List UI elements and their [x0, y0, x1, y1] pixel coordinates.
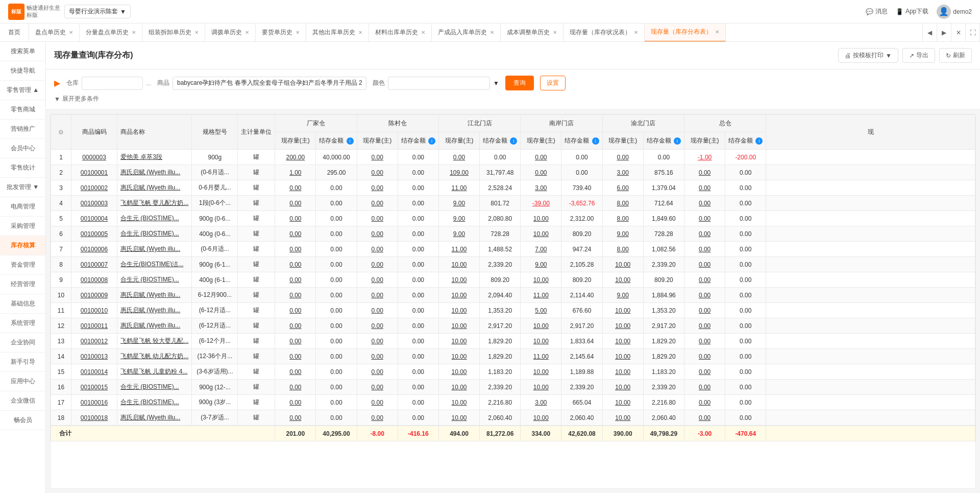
cell-f-stock[interactable]: 200.00 [275, 150, 316, 165]
close-icon[interactable]: ✕ [553, 30, 557, 35]
cell-f-stock[interactable]: 0.00 [275, 380, 316, 395]
cell-jb-stock[interactable]: 10.00 [439, 257, 480, 272]
cell-name[interactable]: 合生元 (BIOSTIME)... [117, 211, 192, 226]
cell-name[interactable]: 惠氏启赋 (Wyeth illu... [117, 165, 192, 180]
cell-f-stock[interactable]: 0.00 [275, 395, 316, 410]
cell-yb-stock[interactable]: 10.00 [602, 334, 643, 349]
cell-code[interactable]: 00100004 [71, 211, 117, 226]
cell-yb-stock[interactable]: 10.00 [602, 257, 643, 272]
cell-name[interactable]: 合生元 (BIOSTIME)... [117, 395, 192, 410]
cell-jb-stock[interactable]: 10.00 [439, 303, 480, 318]
cell-t-stock[interactable]: 0.00 [684, 318, 725, 334]
info-icon[interactable]: i [428, 137, 435, 145]
close-icon[interactable]: ✕ [358, 30, 362, 35]
cell-na-stock[interactable]: 10.00 [521, 211, 561, 226]
cell-name[interactable]: 飞鹤星飞帆 较大婴儿配... [117, 334, 192, 349]
cell-code[interactable]: 00100003 [71, 196, 117, 211]
cell-na-stock[interactable]: 0.00 [521, 150, 561, 165]
cell-name[interactable]: 合生元(BIOSTIME)洁... [117, 257, 192, 272]
cell-c-stock[interactable]: 0.00 [357, 303, 398, 318]
cell-yb-stock[interactable]: 10.00 [602, 318, 643, 334]
close-icon[interactable]: ✕ [132, 30, 136, 35]
sidebar-item-finance[interactable]: 资金管理 [0, 255, 45, 275]
sidebar-item-nav[interactable]: 快捷导航 [0, 61, 45, 81]
sidebar-item-marketing[interactable]: 营销推广 [0, 120, 45, 139]
cell-t-stock[interactable]: 0.00 [684, 349, 725, 364]
tab-home[interactable]: 首页 [0, 24, 29, 42]
cell-t-stock[interactable]: 0.00 [684, 242, 725, 257]
cell-na-stock[interactable]: 10.00 [521, 380, 561, 395]
cell-f-stock[interactable]: 0.00 [275, 349, 316, 364]
sidebar-item-operations[interactable]: 经营管理 [0, 275, 45, 294]
cell-code[interactable]: 00100009 [71, 288, 117, 303]
close-icon[interactable]: ✕ [421, 30, 425, 35]
cell-jb-stock[interactable]: 10.00 [439, 334, 480, 349]
tab-xiankufenbu[interactable]: 现存量（库存分布表） ✕ [645, 24, 726, 42]
cell-f-stock[interactable]: 0.00 [275, 226, 316, 242]
tab-pandian[interactable]: 盘点单历史 ✕ [29, 24, 80, 42]
cell-f-stock[interactable]: 0.00 [275, 364, 316, 380]
cell-c-stock[interactable]: 0.00 [357, 150, 398, 165]
expand-conditions-btn[interactable]: ▼ 展开更多条件 [54, 95, 972, 103]
cell-c-stock[interactable]: 0.00 [357, 196, 398, 211]
info-icon[interactable]: i [592, 137, 599, 145]
cell-na-stock[interactable]: 10.00 [521, 410, 561, 426]
cell-f-stock[interactable]: 0.00 [275, 242, 316, 257]
cell-yb-stock[interactable]: 9.00 [602, 226, 643, 242]
cell-yb-stock[interactable]: 10.00 [602, 303, 643, 318]
cell-name[interactable]: 飞鹤星飞帆 幼儿配方奶... [117, 349, 192, 364]
tab-chanchengruku[interactable]: 产成品入库单历史 ✕ [432, 24, 501, 42]
cell-yb-stock[interactable]: 8.00 [602, 242, 643, 257]
cell-t-stock[interactable]: 0.00 [684, 257, 725, 272]
cell-jb-stock[interactable]: 9.00 [439, 211, 480, 226]
cell-c-stock[interactable]: 0.00 [357, 380, 398, 395]
cell-t-stock[interactable]: 0.00 [684, 410, 725, 426]
th-gear[interactable]: ⚙ [51, 115, 71, 150]
tab-cailiaochuku[interactable]: 材料出库单历史 ✕ [369, 24, 432, 42]
cell-na-stock[interactable]: 3.00 [521, 180, 561, 196]
cell-name[interactable]: 爱他美 卓萃3段 [117, 150, 192, 165]
cell-code[interactable]: 00100013 [71, 349, 117, 364]
sidebar-item-system[interactable]: 系统管理 [0, 314, 45, 333]
cell-t-stock[interactable]: 0.00 [684, 180, 725, 196]
cell-code[interactable]: 00100005 [71, 226, 117, 242]
expand-arrow[interactable]: ▶ [54, 78, 60, 88]
cell-name[interactable]: 合生元 (BIOSTIME)... [117, 226, 192, 242]
export-btn[interactable]: ↗ 导出 [902, 48, 935, 63]
cell-f-stock[interactable]: 0.00 [275, 211, 316, 226]
info-icon[interactable]: i [347, 137, 354, 145]
cell-code[interactable]: 00100014 [71, 364, 117, 380]
close-icon[interactable]: ✕ [194, 30, 199, 35]
setting-btn[interactable]: 设置 [540, 76, 566, 90]
cell-jb-stock[interactable]: 10.00 [439, 364, 480, 380]
cell-name[interactable]: 惠氏启赋 (Wyeth illu... [117, 303, 192, 318]
cell-yb-stock[interactable]: 10.00 [602, 349, 643, 364]
cell-yb-stock[interactable]: 10.00 [602, 272, 643, 288]
sidebar-item-basic[interactable]: 基础信息 [0, 294, 45, 314]
cell-na-stock[interactable]: 11.00 [521, 349, 561, 364]
cell-jb-stock[interactable]: 9.00 [439, 196, 480, 211]
cell-code[interactable]: 00100006 [71, 242, 117, 257]
tab-fullscreen-btn[interactable]: ⛶ [966, 24, 980, 42]
cell-f-stock[interactable]: 1.00 [275, 165, 316, 180]
cell-f-stock[interactable]: 0.00 [275, 334, 316, 349]
cell-t-stock[interactable]: -1.00 [684, 150, 725, 165]
query-btn[interactable]: 查询 [505, 76, 534, 90]
cell-c-stock[interactable]: 0.00 [357, 288, 398, 303]
cell-name[interactable]: 合生元 (BIOSTIME)... [117, 380, 192, 395]
sidebar-item-member2[interactable]: 畅会员 [0, 411, 45, 430]
cell-name[interactable]: 合生元 (BIOSTIME)... [117, 272, 192, 288]
sidebar-item-search[interactable]: 搜索英单 [0, 42, 45, 61]
cell-c-stock[interactable]: 0.00 [357, 364, 398, 380]
color-input[interactable] [388, 77, 490, 90]
cell-c-stock[interactable]: 0.00 [357, 349, 398, 364]
cell-jb-stock[interactable]: 0.00 [439, 150, 480, 165]
sidebar-item-retail-stat[interactable]: 零售统计 [0, 158, 45, 178]
goods-input[interactable] [173, 77, 366, 90]
cell-yb-stock[interactable]: 10.00 [602, 395, 643, 410]
tab-diaobo[interactable]: 调拨单历史 ✕ [205, 24, 256, 42]
cell-jb-stock[interactable]: 10.00 [439, 410, 480, 426]
cell-f-stock[interactable]: 0.00 [275, 288, 316, 303]
cell-code[interactable]: 00100018 [71, 410, 117, 426]
cell-c-stock[interactable]: 0.00 [357, 211, 398, 226]
